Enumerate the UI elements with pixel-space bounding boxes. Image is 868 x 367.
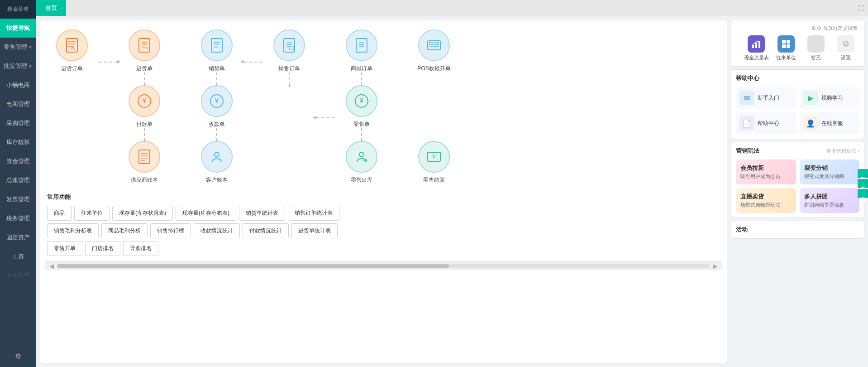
svg-rect-5 — [211, 39, 222, 52]
svg-rect-35 — [787, 40, 790, 43]
scrollbar[interactable]: ◀ ▶ — [45, 261, 722, 270]
svg-rect-7 — [290, 46, 293, 50]
node-receipt[interactable]: ¥ 收款单 — [190, 85, 244, 128]
qa-units[interactable]: 往来单位 — [773, 34, 800, 62]
func-btn-sales-order-stats[interactable]: 销售订单统计表 — [288, 206, 339, 221]
tab-home[interactable]: 首页 — [36, 0, 66, 16]
float-buttons: 客服热线 服务社区 桌面快捷 — [858, 169, 868, 198]
svg-rect-4 — [139, 39, 150, 52]
marketing-member[interactable]: 会员拉新 吸引用户成为会员 — [736, 159, 796, 184]
mall-order-label: 商城订单 — [351, 65, 372, 72]
node-mall-order[interactable]: 商城订单 — [334, 29, 389, 72]
func-btn-purchase-stats[interactable]: 进货单统计表 — [291, 223, 338, 238]
marketing-live-sub: 场景式购物新玩法 — [740, 202, 792, 208]
sidebar-item-admin[interactable]: 行政管理 — [0, 266, 36, 285]
sidebar-item-ledger[interactable]: 总账管理 — [0, 171, 36, 190]
sidebar-item-assets[interactable]: 固定资产 — [0, 228, 36, 247]
sidebar: 搜索菜单 快捷导航 零售管理 ▼ 批发管理 ▼ 小畅电商 电商管理 采购管理 库… — [0, 0, 36, 367]
func-btn-stock1[interactable]: 现存量(库存状况表) — [112, 206, 173, 221]
svg-text:¥: ¥ — [432, 153, 436, 160]
sales-order-icon — [273, 29, 305, 61]
node-supplier-account[interactable]: 供应商账本 — [117, 141, 172, 184]
marketing-fission-sub: 裂变式发展分销商 — [804, 173, 855, 180]
scroll-right-btn[interactable]: ▶ — [713, 262, 718, 270]
scroll-track[interactable] — [57, 264, 710, 268]
customer-account-icon — [201, 141, 233, 173]
qa-settings[interactable]: ⚙ 设置 — [832, 34, 859, 62]
svg-rect-19 — [139, 150, 150, 164]
func-btn-goods-gross[interactable]: 商品毛利分析 — [101, 223, 148, 238]
func-row-3: 零售开单 门店排名 导购排名 — [47, 241, 720, 256]
purchase-order-icon — [56, 29, 88, 61]
sidebar-nav-highlight[interactable]: 快捷导航 — [0, 19, 36, 38]
node-sales-order[interactable]: 销售订单 — [262, 29, 316, 72]
float-btn-service[interactable]: 客服热线 — [858, 169, 868, 178]
supplier-account-icon — [129, 141, 160, 173]
svg-rect-33 — [758, 41, 760, 48]
float-btn-community[interactable]: 服务社区 — [858, 179, 868, 188]
video-icon: ▶ — [803, 91, 818, 105]
sidebar-item-finance[interactable]: 资金管理 — [0, 152, 36, 171]
help-item-help[interactable]: 📄 帮助中心 — [736, 112, 796, 134]
help-beginner-label: 新手入门 — [758, 94, 779, 102]
node-sales-bill[interactable]: 销货单 — [190, 29, 244, 72]
node-pos[interactable]: POS收银开单 — [407, 29, 461, 72]
qa-none[interactable]: 暂无 — [802, 34, 830, 62]
qa-cashflow[interactable]: 现金流量表 — [743, 34, 770, 62]
func-btn-stock2[interactable]: 现存量(库存分布表) — [176, 206, 236, 221]
retail-settle-icon: ¥ — [418, 141, 450, 173]
fullscreen-button[interactable]: ⛶ — [854, 2, 868, 14]
homepage-settings-link[interactable]: ⚙ ⚙ 首页自定义设置 — [811, 25, 858, 32]
func-btn-sales-stats[interactable]: 销货单统计表 — [239, 206, 285, 221]
help-center-section: 帮助中心 ✉ 新手入门 ▶ 视频学习 📄 帮助中心 👤 — [731, 69, 864, 139]
node-purchase-order[interactable]: 进货订单 — [45, 29, 99, 72]
marketing-group[interactable]: 多人拼团 拼团购物享受优惠 — [800, 188, 860, 213]
sidebar-search[interactable]: 搜索菜单 — [0, 0, 36, 19]
sidebar-item-tax[interactable]: 税务管理 — [0, 209, 36, 228]
sidebar-item-invoice[interactable]: 发票管理 — [0, 190, 36, 209]
payment-label: 付款单 — [136, 121, 153, 128]
func-btn-payment-stats[interactable]: 付款情况统计 — [243, 223, 289, 238]
node-retail-out[interactable]: 零售出库 — [334, 141, 389, 184]
sidebar-item-ecom-mgmt[interactable]: 电商管理 — [0, 95, 36, 114]
func-btn-sales-rank[interactable]: 销售排行榜 — [150, 223, 191, 238]
func-btn-gross-analysis[interactable]: 销售毛利分析表 — [47, 223, 99, 238]
func-btn-receipt-stats[interactable]: 收款情况统计 — [194, 223, 240, 238]
help-video-label: 视频学习 — [821, 94, 843, 102]
help-grid: ✉ 新手入门 ▶ 视频学习 📄 帮助中心 👤 在线客服 — [736, 87, 859, 134]
sidebar-settings[interactable]: ⚙ — [0, 346, 36, 367]
sidebar-item-retail[interactable]: 零售管理 ▼ — [0, 38, 36, 57]
scroll-left-btn[interactable]: ◀ — [49, 262, 54, 270]
func-btn-goods[interactable]: 商品 — [47, 206, 72, 221]
func-btn-store-rank[interactable]: 门店排名 — [85, 241, 120, 256]
marketing-group-sub: 拼团购物享受优惠 — [804, 202, 855, 208]
float-btn-desktop[interactable]: 桌面快捷 — [858, 189, 868, 198]
func-row-1: 商品 往来单位 现存量(库存状况表) 现存量(库存分布表) 销货单统计表 销售订… — [47, 206, 720, 221]
help-item-service[interactable]: 👤 在线客服 — [800, 112, 860, 134]
sidebar-item-salary[interactable]: 工资 — [0, 247, 36, 266]
func-btn-units[interactable]: 往来单位 — [74, 206, 110, 221]
help-item-beginner[interactable]: ✉ 新手入门 — [736, 87, 796, 109]
node-retail-settle[interactable]: ¥ 零售结算 — [407, 141, 461, 184]
func-row-2: 销售毛利分析表 商品毛利分析 销售排行榜 收款情况统计 付款情况统计 进货单统计… — [47, 223, 720, 238]
node-customer-account[interactable]: 客户账本 — [190, 141, 244, 184]
node-payment[interactable]: ¥ 付款单 — [117, 85, 172, 128]
retail-out-label: 零售出库 — [351, 176, 372, 184]
sidebar-item-purchase[interactable]: 采购管理 — [0, 114, 36, 133]
marketing-grid: 会员拉新 吸引用户成为会员 裂变分销 裂变式发展分销商 直播卖货 场景式购物新玩… — [736, 159, 859, 213]
func-btn-guide-rank[interactable]: 导购排名 — [123, 241, 158, 256]
node-retail-bill[interactable]: ¥ 零售单 — [334, 85, 389, 128]
marketing-fission[interactable]: 裂变分销 裂变式发展分销商 — [800, 159, 860, 184]
sidebar-item-wholesale[interactable]: 批发管理 ▼ — [0, 57, 36, 76]
payment-icon: ¥ — [129, 85, 160, 117]
sidebar-item-ecom-small[interactable]: 小畅电商 — [0, 76, 36, 95]
workflow-diagram: 进货订单 ▶ 进货单 — [45, 25, 722, 188]
marketing-more-link[interactable]: 更多营销玩法 › — [826, 148, 859, 155]
sidebar-item-inventory[interactable]: 库存核算 — [0, 133, 36, 152]
marketing-live[interactable]: 直播卖货 场景式购物新玩法 — [736, 188, 796, 213]
node-purchase-bill[interactable]: 进货单 — [117, 29, 172, 72]
func-btn-retail-order[interactable]: 零售开单 — [47, 241, 82, 256]
sales-bill-icon — [201, 29, 233, 61]
svg-text:¥: ¥ — [142, 97, 147, 105]
help-item-video[interactable]: ▶ 视频学习 — [800, 87, 860, 109]
